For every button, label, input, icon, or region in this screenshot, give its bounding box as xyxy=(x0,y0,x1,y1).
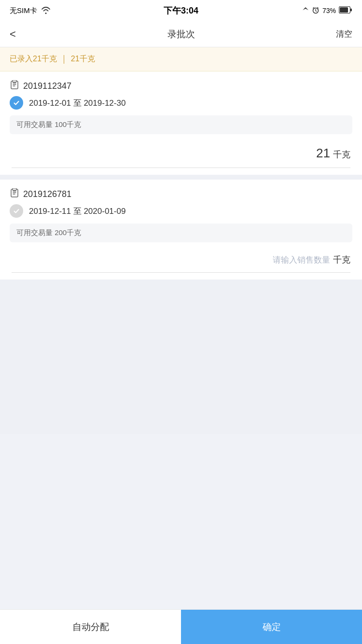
empty-area xyxy=(0,280,362,434)
batch-2-date-row[interactable]: 2019-12-11 至 2020-01-09 xyxy=(0,204,362,224)
status-bar: 无SIM卡 下午3:04 73% xyxy=(0,0,362,21)
section-divider xyxy=(0,175,362,180)
svg-rect-3 xyxy=(350,9,352,12)
battery-percent: 73% xyxy=(322,7,336,14)
confirm-button[interactable]: 确定 xyxy=(181,610,362,644)
status-right: 73% xyxy=(302,6,352,15)
batch-1-id: 2019112347 xyxy=(23,81,71,91)
batch-1-header: 2019112347 xyxy=(0,71,362,96)
batch-card-1: 2019112347 2019-12-01 至 2019-12-30 可用交易量… xyxy=(0,71,362,175)
batch-2-spacer xyxy=(0,273,362,280)
batch-1-available: 可用交易量 100千克 xyxy=(10,115,352,134)
page-title: 录批次 xyxy=(167,28,195,41)
batch-1-amount-row: 21 千克 xyxy=(0,141,362,168)
status-left: 无SIM卡 xyxy=(10,6,51,15)
batch-2-unit: 千克 xyxy=(333,254,350,266)
batch-card-2: 2019126781 2019-12-11 至 2020-01-09 可用交易量… xyxy=(0,180,362,280)
batch-2-date: 2019-12-11 至 2020-01-09 xyxy=(29,206,125,217)
batch-2-header: 2019126781 xyxy=(0,180,362,204)
batch-1-icon xyxy=(10,80,19,92)
batch-2-input-placeholder: 请输入销售数量 xyxy=(273,254,330,266)
batch-1-spacer xyxy=(0,168,362,175)
batch-1-unit: 千克 xyxy=(333,149,350,160)
batch-1-date-row[interactable]: 2019-12-01 至 2019-12-30 xyxy=(0,96,362,115)
alarm-icon xyxy=(312,6,320,15)
sim-text: 无SIM卡 xyxy=(10,6,37,15)
status-time: 下午3:04 xyxy=(164,5,198,16)
bottom-bar: 自动分配 确定 xyxy=(0,609,362,644)
battery-icon xyxy=(339,6,352,15)
batch-1-checkbox[interactable] xyxy=(10,96,23,110)
nav-bar: < 录批次 清空 xyxy=(0,21,362,47)
info-banner: 已录入21千克 21千克 xyxy=(0,47,362,71)
recorded-label: 已录入21千克 xyxy=(10,54,57,64)
recorded-value: 21千克 xyxy=(71,54,95,64)
svg-rect-5 xyxy=(13,80,16,82)
clear-button[interactable]: 清空 xyxy=(336,28,352,40)
back-button[interactable]: < xyxy=(10,28,16,41)
auto-distribute-button[interactable]: 自动分配 xyxy=(0,610,181,644)
batch-2-icon xyxy=(10,188,19,200)
batch-2-available: 可用交易量 200千克 xyxy=(10,224,352,242)
location-icon xyxy=(302,7,309,15)
batch-2-id: 2019126781 xyxy=(23,189,71,199)
wifi-icon xyxy=(41,6,51,15)
batch-2-input-row: 请输入销售数量 千克 xyxy=(0,249,362,272)
batch-1-date: 2019-12-01 至 2019-12-30 xyxy=(29,98,125,109)
svg-rect-2 xyxy=(340,7,348,13)
batch-2-checkbox[interactable] xyxy=(10,204,23,218)
batch-1-amount: 21 xyxy=(316,146,330,161)
svg-rect-7 xyxy=(13,188,16,190)
info-divider xyxy=(64,55,64,64)
